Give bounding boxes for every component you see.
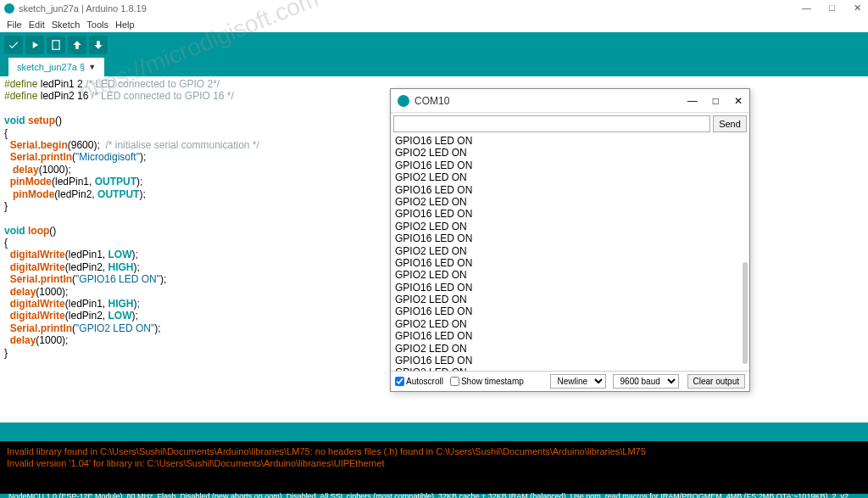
serial-line: GPIO2 LED ON bbox=[395, 221, 745, 232]
tab-label: sketch_jun27a § bbox=[17, 62, 85, 72]
open-button[interactable] bbox=[68, 36, 86, 54]
serial-minimize-button[interactable]: — bbox=[687, 95, 698, 107]
timestamp-checkbox[interactable]: Show timestamp bbox=[450, 377, 524, 386]
close-button[interactable]: ✕ bbox=[851, 3, 864, 15]
title-bar: sketch_jun27a | Arduino 1.8.19 — □ ✕ bbox=[0, 0, 868, 17]
status-bar: 4 NodeMCU 1.0 (ESP-12E Module), 80 MHz, … bbox=[0, 494, 868, 498]
serial-output[interactable]: GPIO16 LED ONGPIO2 LED ONGPIO16 LED ONGP… bbox=[391, 135, 749, 371]
serial-line: GPIO2 LED ON bbox=[395, 367, 745, 371]
console-line: Invalid library found in C:\Users\Sushil… bbox=[7, 445, 861, 457]
serial-line: GPIO2 LED ON bbox=[395, 294, 745, 305]
serial-line: GPIO16 LED ON bbox=[395, 135, 745, 147]
serial-close-button[interactable]: ✕ bbox=[734, 95, 743, 107]
serial-line: GPIO16 LED ON bbox=[395, 208, 745, 220]
minimize-button[interactable]: — bbox=[800, 3, 813, 15]
serial-window-controls: — □ ✕ bbox=[687, 95, 743, 107]
divider bbox=[0, 422, 868, 441]
serial-title: COM10 bbox=[415, 95, 449, 107]
serial-line: GPIO2 LED ON bbox=[395, 343, 745, 355]
serial-line: GPIO16 LED ON bbox=[395, 184, 745, 196]
tab-sketch[interactable]: sketch_jun27a § ▼ bbox=[8, 58, 104, 76]
serial-line: GPIO2 LED ON bbox=[395, 171, 745, 183]
menu-tools[interactable]: Tools bbox=[84, 20, 111, 30]
serial-line: GPIO16 LED ON bbox=[395, 257, 745, 269]
serial-line: GPIO2 LED ON bbox=[395, 269, 745, 281]
status-board-info: NodeMCU 1.0 (ESP-12E Module), 80 MHz, Fl… bbox=[8, 492, 864, 499]
serial-maximize-button[interactable]: □ bbox=[713, 95, 719, 107]
serial-send-button[interactable]: Send bbox=[713, 115, 747, 132]
autoscroll-checkbox[interactable]: Autoscroll bbox=[395, 377, 443, 386]
serial-titlebar[interactable]: COM10 — □ ✕ bbox=[391, 89, 749, 113]
tab-dropdown-icon[interactable]: ▼ bbox=[88, 63, 96, 71]
window-controls: — □ ✕ bbox=[800, 3, 864, 15]
menu-sketch[interactable]: Sketch bbox=[49, 20, 83, 30]
serial-line: GPIO16 LED ON bbox=[395, 159, 745, 171]
serial-line: GPIO16 LED ON bbox=[395, 282, 745, 294]
new-button[interactable] bbox=[47, 36, 65, 54]
serial-input-row: Send bbox=[391, 113, 749, 135]
serial-footer: Autoscroll Show timestamp Newline 9600 b… bbox=[391, 371, 749, 391]
menu-edit[interactable]: Edit bbox=[26, 20, 47, 30]
serial-scrollbar[interactable] bbox=[743, 262, 748, 364]
menu-file[interactable]: File bbox=[4, 20, 25, 30]
serial-line: GPIO16 LED ON bbox=[395, 355, 745, 367]
output-console[interactable]: Invalid library found in C:\Users\Sushil… bbox=[0, 441, 868, 494]
clear-output-button[interactable]: Clear output bbox=[687, 374, 745, 389]
tab-bar: sketch_jun27a § ▼ bbox=[0, 58, 868, 76]
toolbar bbox=[0, 32, 868, 58]
serial-monitor-window: COM10 — □ ✕ Send GPIO16 LED ONGPIO2 LED … bbox=[390, 88, 750, 392]
serial-line: GPIO2 LED ON bbox=[395, 147, 745, 159]
serial-input[interactable] bbox=[393, 115, 710, 132]
serial-line: GPIO16 LED ON bbox=[395, 305, 745, 317]
svg-rect-0 bbox=[53, 41, 59, 50]
serial-arduino-icon bbox=[398, 95, 409, 107]
console-line: Invalid version '1.04' for library in: C… bbox=[7, 457, 861, 469]
baud-select[interactable]: 9600 baud bbox=[613, 374, 679, 389]
upload-button[interactable] bbox=[25, 36, 44, 54]
serial-line: GPIO16 LED ON bbox=[395, 330, 745, 342]
verify-button[interactable] bbox=[4, 36, 23, 54]
serial-line: GPIO2 LED ON bbox=[395, 245, 745, 257]
line-ending-select[interactable]: Newline bbox=[550, 374, 606, 389]
serial-line: GPIO2 LED ON bbox=[395, 318, 745, 330]
serial-line: GPIO2 LED ON bbox=[395, 196, 745, 208]
maximize-button[interactable]: □ bbox=[826, 3, 838, 15]
serial-line: GPIO16 LED ON bbox=[395, 232, 745, 244]
menu-help[interactable]: Help bbox=[113, 20, 137, 30]
arduino-icon bbox=[4, 3, 14, 14]
window-title: sketch_jun27a | Arduino 1.8.19 bbox=[19, 3, 147, 14]
menu-bar: File Edit Sketch Tools Help bbox=[0, 17, 868, 32]
save-button[interactable] bbox=[89, 36, 108, 54]
